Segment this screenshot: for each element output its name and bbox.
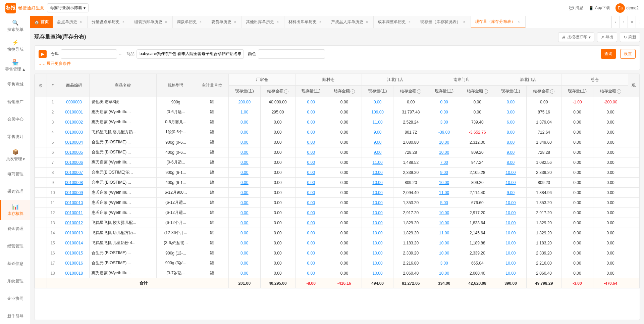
print-btn[interactable]: 🖨 按模板打印 ▾ [558, 32, 594, 42]
cell-link[interactable]: 0.00 [307, 211, 315, 215]
cell-link[interactable]: 10.00 [373, 211, 383, 215]
cell-link[interactable]: 10.00 [373, 170, 383, 175]
cell-link[interactable]: 10.00 [505, 180, 516, 185]
tab-close-material-out[interactable]: × [318, 20, 323, 25]
filter-expand-btn[interactable]: ▶ [39, 50, 47, 58]
cell-link[interactable]: 0.00 [307, 150, 315, 155]
settings-btn[interactable]: 设置 [620, 49, 636, 59]
color-input[interactable] [258, 49, 325, 59]
cell-link[interactable]: 3.00 [440, 120, 448, 125]
sidebar-item-retail-stat[interactable]: 零售统计 [0, 128, 30, 145]
tab-close-combo[interactable]: × [164, 20, 168, 25]
cell-link[interactable]: 10.00 [439, 271, 449, 276]
cell-link[interactable]: 00100009 [65, 190, 83, 195]
cell-link[interactable]: 10.00 [439, 180, 449, 185]
cell-link[interactable]: 200.00 [238, 100, 251, 104]
cell-link[interactable]: 10.00 [505, 241, 516, 245]
sidebar-item-ecom[interactable]: 电商管理 [0, 165, 30, 183]
cell-link[interactable]: 0.00 [440, 110, 448, 114]
sidebar-item-retail[interactable]: 🏪 零售管理 ▲ [0, 56, 30, 76]
tab-stock-dist[interactable]: 现存量（库存分布表） × [471, 16, 526, 28]
cell-link[interactable]: 10.00 [505, 251, 516, 256]
cell-link[interactable]: 0.00 [307, 160, 315, 165]
cell-link[interactable]: 11.00 [373, 120, 383, 125]
sidebar-item-basic[interactable]: 基础信息 [0, 255, 30, 272]
cell-link[interactable]: 0.00 [240, 150, 248, 155]
sidebar-item-purchase[interactable]: 采购管理 [0, 183, 30, 200]
tab-product-in[interactable]: 产成品入库单历史 × [327, 16, 374, 28]
cell-link[interactable]: 10.00 [373, 251, 383, 256]
tab-stock-status[interactable]: 现存量（库存状况表） × [416, 16, 471, 28]
cell-link[interactable]: 00100004 [65, 140, 83, 145]
cell-link[interactable]: 8.00 [507, 160, 515, 165]
yb-amt-info-icon[interactable]: i [550, 89, 554, 94]
cell-link[interactable]: 1.00 [240, 110, 248, 114]
cell-link[interactable]: 0.00 [307, 241, 315, 245]
cell-link[interactable]: 00100007 [65, 170, 83, 175]
cell-link[interactable]: 9.00 [374, 130, 381, 135]
cell-link[interactable]: 0.00 [307, 190, 315, 195]
sidebar-item-retail-shop[interactable]: 零售商城 [0, 76, 30, 93]
tab-require[interactable]: 要货单历史 × [207, 16, 242, 28]
sidebar-item-system[interactable]: 系统管理 [0, 272, 30, 290]
cell-link[interactable]: 0.00 [307, 130, 315, 135]
sidebar-item-wholesale[interactable]: 📦 批发管理 ▾ [0, 145, 30, 165]
cell-link[interactable]: 0.00 [240, 251, 248, 256]
cell-link[interactable]: 0.00 [507, 100, 515, 104]
cell-link[interactable]: 10.00 [439, 140, 449, 145]
cell-link[interactable]: 00100005 [65, 150, 83, 155]
table-container[interactable]: ⚙ # 商品编码 商品名称 规格型号 主计量单位 厂家仓 陌村仓 江北门店 南岸… [34, 74, 640, 320]
cell-link[interactable]: 9.00 [507, 190, 515, 195]
cell-link[interactable]: 0.00 [307, 200, 315, 205]
search-btn[interactable]: 查询 [601, 49, 616, 59]
cell-link[interactable]: 10.00 [505, 221, 516, 225]
cell-link[interactable]: 0.00 [240, 160, 248, 165]
tab-combo[interactable]: 组装拆卸单历史 × [130, 16, 173, 28]
tab-close-check-multi[interactable]: × [121, 20, 126, 25]
tab-close-product-in[interactable]: × [365, 20, 369, 25]
tab-close-transfer[interactable]: × [198, 20, 203, 25]
tab-transfer[interactable]: 调拨单历史 × [173, 16, 207, 28]
cell-link[interactable]: 00100008 [65, 180, 83, 185]
cell-link[interactable]: 0.00 [307, 251, 315, 256]
cell-link[interactable]: 11.00 [373, 160, 383, 165]
cell-link[interactable]: 8.00 [507, 140, 515, 145]
cell-link[interactable]: 0.00 [440, 100, 448, 104]
cell-link[interactable]: 10.00 [373, 200, 383, 205]
cell-link[interactable]: 00100013 [65, 231, 83, 235]
th-gear[interactable]: ⚙ [35, 74, 47, 97]
cell-link[interactable]: 9.00 [507, 150, 515, 155]
cell-link[interactable]: 10.00 [505, 271, 516, 276]
cell-link[interactable]: 0.00 [307, 221, 315, 225]
tab-close-other-out[interactable]: × [275, 20, 280, 25]
sidebar-item-marketing[interactable]: 营销推广 [0, 93, 30, 110]
cell-link[interactable]: 0.00 [240, 261, 248, 266]
cell-link[interactable]: 10.00 [373, 261, 383, 266]
cell-link[interactable]: 00100016 [65, 261, 83, 266]
export-btn[interactable]: ↗ 导出 [597, 32, 617, 42]
tab-prev-btn[interactable]: ‹ [612, 16, 620, 28]
cell-link[interactable]: 5.00 [440, 200, 448, 205]
cell-link[interactable]: 10.00 [505, 231, 516, 235]
cell-link[interactable]: 00100011 [65, 211, 83, 215]
cell-link[interactable]: 00100015 [65, 251, 83, 256]
cell-link[interactable]: 0.00 [307, 170, 315, 175]
sidebar-item-inventory[interactable]: 📊 库存核算 [0, 200, 30, 220]
goods-input[interactable] [137, 49, 244, 59]
tab-material-out[interactable]: 材料出库单历史 × [284, 16, 327, 28]
cell-link[interactable]: 00100018 [65, 271, 83, 276]
cell-link[interactable]: -39.00 [438, 130, 450, 135]
cell-link[interactable]: 10.00 [373, 241, 383, 245]
tab-menu-btn[interactable]: ⋮ [636, 16, 644, 28]
cell-link[interactable]: 0.00 [240, 190, 248, 195]
sidebar-item-quick-nav[interactable]: ⚡ 快捷导航 [0, 36, 30, 56]
filter-expand-more-btn[interactable]: ⌄⌄ 展开更多条件 [39, 61, 636, 66]
tab-close-stock-dist[interactable]: × [517, 19, 521, 24]
cell-link[interactable]: 10.00 [505, 200, 516, 205]
cell-link[interactable]: 00100006 [65, 160, 83, 165]
cell-link[interactable]: 00100014 [65, 241, 83, 245]
cell-link[interactable]: 8.00 [507, 130, 515, 135]
cell-link[interactable]: 0.00 [307, 231, 315, 235]
cell-link[interactable]: 11.00 [439, 231, 449, 235]
cell-link[interactable]: 10.00 [373, 180, 383, 185]
